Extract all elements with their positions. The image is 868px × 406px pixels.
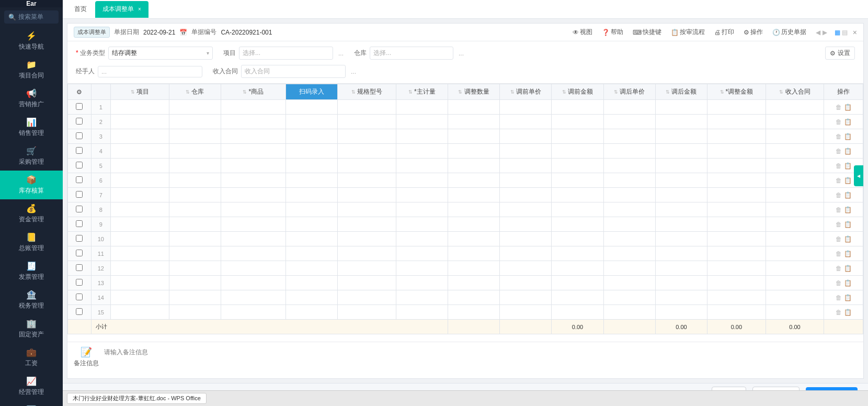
row-checkbox-input[interactable] bbox=[76, 118, 83, 125]
row-before-amount[interactable] bbox=[552, 261, 603, 276]
notes-icon-container[interactable]: 📝 备注信息 bbox=[74, 346, 99, 368]
row-warehouse[interactable] bbox=[169, 202, 221, 217]
sidebar-item-base-info[interactable]: ℹ️ 基础信息 bbox=[0, 401, 63, 406]
row-checkbox-input[interactable] bbox=[76, 162, 83, 168]
row-before-amount[interactable] bbox=[552, 232, 603, 246]
biz-type-select[interactable]: 结存调整 ▾ bbox=[108, 47, 213, 60]
row-checkbox-input[interactable] bbox=[76, 294, 83, 300]
sidebar-item-sales-mgmt[interactable]: 📊 销售管理 bbox=[0, 113, 63, 142]
print-btn[interactable]: 🖨 打印 bbox=[712, 27, 736, 38]
row-adjust-amount[interactable] bbox=[707, 173, 766, 188]
row-before-amount[interactable] bbox=[552, 202, 603, 217]
row-checkbox[interactable] bbox=[68, 115, 92, 129]
row-before-price[interactable] bbox=[500, 188, 552, 202]
col-adjust-amount-header[interactable]: ⇅ *调整金额 bbox=[707, 84, 766, 100]
row-project[interactable] bbox=[110, 246, 169, 261]
row-project[interactable] bbox=[110, 100, 169, 115]
delete-row-icon[interactable]: 🗑 bbox=[836, 294, 842, 301]
row-project[interactable] bbox=[110, 188, 169, 202]
copy-row-icon[interactable]: 📋 bbox=[844, 250, 852, 257]
row-unit[interactable] bbox=[396, 115, 448, 129]
row-scan[interactable] bbox=[285, 261, 337, 276]
settings-btn[interactable]: ⚙ 设置 bbox=[825, 47, 855, 60]
copy-row-icon[interactable]: 📋 bbox=[844, 191, 852, 199]
row-income[interactable] bbox=[766, 217, 824, 232]
row-unit[interactable] bbox=[396, 276, 448, 290]
row-before-price[interactable] bbox=[500, 144, 552, 159]
row-before-price[interactable] bbox=[500, 276, 552, 290]
row-checkbox[interactable] bbox=[68, 305, 92, 320]
row-unit[interactable] bbox=[396, 100, 448, 115]
row-before-price[interactable] bbox=[500, 115, 552, 129]
col-warehouse-header[interactable]: ⇅ 仓库 bbox=[169, 84, 221, 100]
row-unit[interactable] bbox=[396, 217, 448, 232]
delete-row-icon[interactable]: 🗑 bbox=[836, 162, 842, 170]
row-spec[interactable] bbox=[338, 246, 396, 261]
row-after-amount[interactable] bbox=[655, 144, 707, 159]
row-checkbox[interactable] bbox=[68, 129, 92, 144]
row-warehouse[interactable] bbox=[169, 100, 221, 115]
row-spec[interactable] bbox=[338, 144, 396, 159]
row-adjust-amount[interactable] bbox=[707, 159, 766, 173]
income-contract-select[interactable]: 收入合同 bbox=[241, 65, 346, 78]
row-project[interactable] bbox=[110, 159, 169, 173]
row-qty[interactable] bbox=[448, 159, 499, 173]
copy-row-icon[interactable]: 📋 bbox=[844, 294, 852, 301]
delete-row-icon[interactable]: 🗑 bbox=[836, 104, 842, 111]
row-income[interactable] bbox=[766, 290, 824, 305]
col-scan-header[interactable]: 扫码录入 bbox=[285, 84, 337, 100]
row-before-price[interactable] bbox=[500, 159, 552, 173]
copy-row-icon[interactable]: 📋 bbox=[844, 162, 852, 170]
delete-row-icon[interactable]: 🗑 bbox=[836, 221, 842, 228]
row-after-price[interactable] bbox=[603, 188, 655, 202]
grid-view-icon[interactable]: ▦ bbox=[835, 29, 840, 36]
row-after-price[interactable] bbox=[603, 159, 655, 173]
sidebar-item-ops-mgmt[interactable]: 📈 经营管理 bbox=[0, 372, 63, 401]
row-adjust-amount[interactable] bbox=[707, 144, 766, 159]
col-settings-header[interactable]: ⚙ bbox=[68, 84, 92, 100]
row-after-amount[interactable] bbox=[655, 115, 707, 129]
row-warehouse[interactable] bbox=[169, 305, 221, 320]
approval-btn[interactable]: 📋 按审流程 bbox=[669, 27, 707, 38]
row-income[interactable] bbox=[766, 232, 824, 246]
row-income[interactable] bbox=[766, 129, 824, 144]
row-scan[interactable] bbox=[285, 290, 337, 305]
row-project[interactable] bbox=[110, 202, 169, 217]
row-after-price[interactable] bbox=[603, 246, 655, 261]
row-before-amount[interactable] bbox=[552, 100, 603, 115]
row-goods[interactable] bbox=[221, 232, 285, 246]
row-goods[interactable] bbox=[221, 305, 285, 320]
row-goods[interactable] bbox=[221, 217, 285, 232]
row-before-amount[interactable] bbox=[552, 188, 603, 202]
operation-btn[interactable]: ⚙ 操作 bbox=[741, 27, 765, 38]
row-spec[interactable] bbox=[338, 261, 396, 276]
row-qty[interactable] bbox=[448, 261, 499, 276]
history-btn[interactable]: 🕐 历史单据 bbox=[770, 27, 808, 38]
row-spec[interactable] bbox=[338, 115, 396, 129]
list-view-icon[interactable]: ▤ bbox=[842, 29, 848, 36]
copy-row-icon[interactable]: 📋 bbox=[844, 206, 852, 213]
row-qty[interactable] bbox=[448, 173, 499, 188]
row-income[interactable] bbox=[766, 276, 824, 290]
row-after-amount[interactable] bbox=[655, 217, 707, 232]
row-qty[interactable] bbox=[448, 100, 499, 115]
shortcut-btn[interactable]: ⌨ 快捷键 bbox=[631, 27, 664, 38]
row-before-price[interactable] bbox=[500, 290, 552, 305]
row-scan[interactable] bbox=[285, 202, 337, 217]
row-qty[interactable] bbox=[448, 276, 499, 290]
row-goods[interactable] bbox=[221, 129, 285, 144]
row-after-amount[interactable] bbox=[655, 232, 707, 246]
col-before-amount-header[interactable]: ⇅ 调前金额 bbox=[552, 84, 603, 100]
delete-row-icon[interactable]: 🗑 bbox=[836, 279, 842, 287]
view-btn[interactable]: 👁 视图 bbox=[570, 27, 595, 38]
row-scan[interactable] bbox=[285, 276, 337, 290]
row-scan[interactable] bbox=[285, 159, 337, 173]
delete-row-icon[interactable]: 🗑 bbox=[836, 177, 842, 184]
row-income[interactable] bbox=[766, 202, 824, 217]
row-adjust-amount[interactable] bbox=[707, 305, 766, 320]
row-checkbox-input[interactable] bbox=[76, 206, 83, 212]
row-unit[interactable] bbox=[396, 290, 448, 305]
row-scan[interactable] bbox=[285, 173, 337, 188]
delete-row-icon[interactable]: 🗑 bbox=[836, 265, 842, 272]
row-before-price[interactable] bbox=[500, 129, 552, 144]
